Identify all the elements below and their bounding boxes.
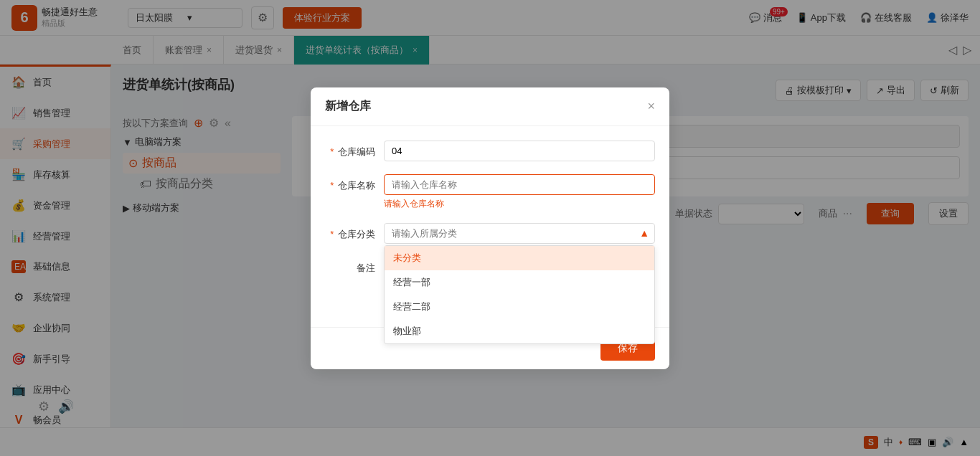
dropdown-item-dept1[interactable]: 经营一部: [385, 270, 654, 295]
modal-overlay: 新增仓库 × * 仓库编码 * 仓库名称 请输入仓库名称: [0, 0, 980, 456]
code-input[interactable]: [384, 141, 655, 161]
dropdown-item-dept3[interactable]: 物业部: [385, 319, 654, 343]
modal-header: 新增仓库 ×: [311, 87, 669, 126]
category-label: * 仓库分类: [325, 223, 375, 241]
modal-body: * 仓库编码 * 仓库名称 请输入仓库名称 *: [311, 126, 669, 327]
dropdown-item-dept2[interactable]: 经营二部: [385, 295, 654, 319]
name-input[interactable]: [384, 174, 655, 195]
category-input[interactable]: [384, 223, 655, 244]
dropdown-item-uncategorized[interactable]: 未分类: [385, 246, 654, 270]
category-dropdown-arrow[interactable]: ▲: [639, 227, 649, 239]
modal-add-warehouse: 新增仓库 × * 仓库编码 * 仓库名称 请输入仓库名称: [311, 87, 669, 369]
category-dropdown-wrapper: ▲ 未分类 经营一部 经营二部 物业部: [384, 223, 655, 244]
name-label: * 仓库名称: [325, 174, 375, 192]
warehouse-code-field: * 仓库编码: [325, 141, 655, 161]
name-error-msg: 请输入仓库名称: [384, 198, 655, 210]
category-dropdown-list: 未分类 经营一部 经营二部 物业部: [384, 245, 655, 344]
note-label: 备注: [325, 257, 375, 275]
code-label: * 仓库编码: [325, 141, 375, 158]
warehouse-name-field: * 仓库名称 请输入仓库名称: [325, 174, 655, 210]
modal-title: 新增仓库: [325, 99, 371, 114]
warehouse-category-field: * 仓库分类 ▲ 未分类 经营一部 经营二部 物业部: [325, 223, 655, 244]
modal-close-button[interactable]: ×: [647, 99, 655, 114]
